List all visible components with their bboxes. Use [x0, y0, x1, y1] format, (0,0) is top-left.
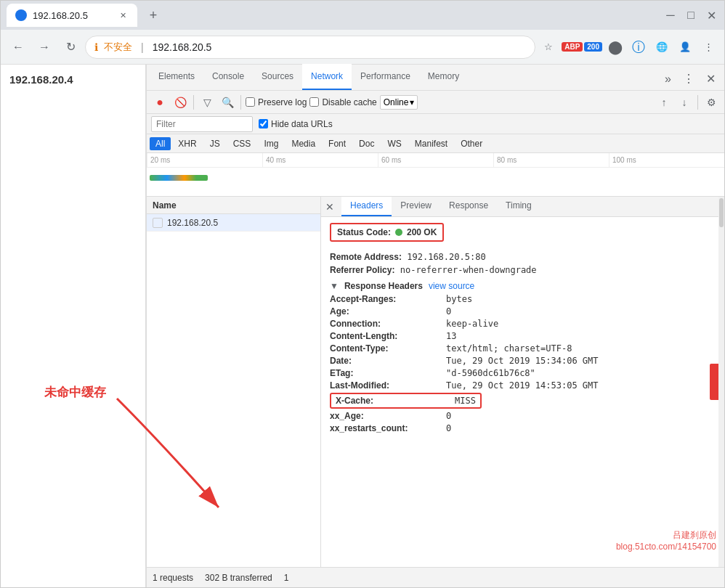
minimize-button[interactable]: ─	[663, 8, 678, 23]
clear-button[interactable]: 🚫	[171, 94, 189, 111]
header-row: Last-Modified: Tue, 29 Oct 2019 14:53:05…	[330, 380, 716, 391]
navigation-bar: ← → ↻ ℹ 不安全 | 192.168.20.5 ☆ ABP 200 ⬤ ⓘ…	[1, 30, 724, 65]
type-filter-xhr[interactable]: XHR	[172, 137, 202, 150]
type-filter-js[interactable]: JS	[204, 137, 226, 150]
left-sidebar: 192.168.20.4 未命中缓存	[1, 65, 146, 587]
type-filter-manifest[interactable]: Manifest	[409, 137, 453, 150]
details-scrollbar[interactable]	[718, 197, 724, 567]
requests-count: 1 requests	[153, 573, 193, 583]
scrollbar-thumb[interactable]	[719, 198, 724, 227]
status-dot-icon	[395, 229, 402, 236]
type-filter-css[interactable]: CSS	[227, 137, 257, 150]
search-icon[interactable]: 🔍	[219, 94, 236, 111]
red-side-tab[interactable]	[710, 364, 718, 400]
title-bar: 192.168.20.5 ✕ + ─ □ ✕	[1, 1, 724, 30]
tab-console[interactable]: Console	[203, 64, 253, 90]
throttle-label: Online	[384, 97, 409, 107]
header-name: xx_Age:	[330, 411, 446, 421]
header-value: 13	[446, 331, 456, 341]
devtools-settings-button[interactable]: ⋮	[677, 68, 700, 90]
details-close-button[interactable]: ✕	[321, 198, 339, 216]
translate-button[interactable]: 🌐	[652, 37, 672, 57]
menu-button[interactable]: ⋮	[698, 37, 718, 57]
hide-data-urls-checkbox[interactable]: Hide data URLs	[259, 119, 333, 129]
type-filter-other[interactable]: Other	[455, 137, 488, 150]
hide-data-urls-label: Hide data URLs	[271, 119, 333, 129]
details-tab-timing[interactable]: Timing	[497, 197, 540, 216]
disable-cache-input[interactable]	[309, 97, 319, 107]
browser-window: 192.168.20.5 ✕ + ─ □ ✕ ← → ↻ ℹ 不安全 | 192…	[0, 0, 725, 588]
download-icon[interactable]: ↓	[676, 94, 693, 111]
details-tab-headers[interactable]: Headers	[341, 197, 392, 216]
annotation-text: 未命中缓存	[44, 384, 106, 401]
page-content-area: 192.168.20.4 未命中缓存	[1, 65, 724, 587]
chrome-button[interactable]: ⬤	[605, 37, 625, 57]
details-content: Status Code: 200 OK Remote Address: 192.…	[321, 217, 724, 567]
type-filter-img[interactable]: Img	[258, 137, 284, 150]
timeline-bar-area	[147, 168, 724, 197]
devtools-settings-gear-icon[interactable]: ⚙	[702, 94, 720, 111]
header-name: Date:	[330, 356, 446, 366]
requests-area: Name 192.168.20.5 ✕ Headers Pr	[147, 197, 724, 567]
bookmark-button[interactable]: ☆	[538, 37, 559, 57]
address-bar[interactable]: ℹ 不安全 | 192.168.20.5	[85, 36, 535, 59]
remote-address-row: Remote Address: 192.168.20.5:80	[330, 252, 716, 262]
forward-button[interactable]: →	[33, 36, 56, 59]
record-button[interactable]: ●	[151, 94, 169, 111]
filter-icon[interactable]: ▽	[198, 94, 216, 111]
preserve-log-checkbox[interactable]: Preserve log	[246, 97, 307, 107]
hide-data-urls-input[interactable]	[259, 119, 268, 128]
devtools-close-button[interactable]: ✕	[700, 68, 721, 90]
transferred-size: 302 B transferred	[205, 573, 272, 583]
type-filter-media[interactable]: Media	[285, 137, 321, 150]
header-row: Content-Type: text/html; charset=UTF-8	[330, 343, 716, 354]
details-tab-response[interactable]: Response	[440, 197, 497, 216]
header-name: Last-Modified:	[330, 380, 446, 391]
header-value: "d-5960dc61b76c8"	[446, 368, 535, 378]
tab-performance[interactable]: Performance	[352, 64, 419, 90]
devtools-more-button[interactable]: »	[659, 68, 677, 90]
timeline-rulers: 20 ms 40 ms 60 ms 80 ms 100 ms	[147, 153, 724, 168]
watermark-line1: 吕建刹原创	[616, 529, 716, 542]
disable-cache-checkbox[interactable]: Disable cache	[309, 97, 376, 107]
details-tab-preview[interactable]: Preview	[392, 197, 440, 216]
header-row: xx_Age: 0	[330, 411, 716, 421]
throttle-select[interactable]: Online ▾	[380, 95, 418, 110]
browser-tab[interactable]: 192.168.20.5 ✕	[7, 4, 137, 27]
header-value: keep-alive	[446, 319, 498, 329]
preserve-log-input[interactable]	[246, 97, 255, 107]
header-row: Date: Tue, 29 Oct 2019 15:34:06 GMT	[330, 356, 716, 366]
request-item-name: 192.168.20.5	[167, 218, 218, 228]
request-item[interactable]: 192.168.20.5	[147, 214, 320, 232]
security-icon: ℹ	[94, 41, 98, 53]
back-button[interactable]: ←	[7, 36, 30, 59]
new-tab-button[interactable]: +	[143, 5, 163, 25]
type-filter-font[interactable]: Font	[323, 137, 352, 150]
refresh-button[interactable]: ↻	[59, 36, 82, 59]
view-source-link[interactable]: view source	[429, 281, 474, 291]
filter-input[interactable]	[151, 116, 253, 132]
type-filter-doc[interactable]: Doc	[353, 137, 380, 150]
response-headers-toggle-icon[interactable]: ▼	[330, 281, 339, 291]
maximize-button[interactable]: □	[684, 8, 698, 23]
header-name: Content-Type:	[330, 343, 446, 354]
profile-button[interactable]: 👤	[675, 37, 695, 57]
status-code-value: 200 OK	[407, 227, 437, 237]
header-value: 0	[446, 306, 451, 317]
type-filter-all[interactable]: All	[150, 137, 171, 150]
tab-elements[interactable]: Elements	[150, 64, 203, 90]
header-name: Accept-Ranges:	[330, 294, 446, 304]
devtools-tab-bar: Elements Console Sources Network Perform…	[147, 65, 724, 91]
referrer-policy-value: no-referrer-when-downgrade	[400, 265, 537, 275]
type-filter-ws[interactable]: WS	[381, 137, 407, 150]
tab-close-button[interactable]: ✕	[117, 9, 129, 21]
details-tab-bar: ✕ Headers Preview Response Timing	[321, 197, 724, 217]
details-panel: ✕ Headers Preview Response Timing Statu	[321, 197, 724, 567]
tab-memory[interactable]: Memory	[419, 64, 468, 90]
tab-sources[interactable]: Sources	[253, 64, 302, 90]
header-value: Tue, 29 Oct 2019 14:53:05 GMT	[446, 380, 599, 391]
ip-button[interactable]: ⓘ	[628, 37, 649, 57]
upload-icon[interactable]: ↑	[655, 94, 673, 111]
close-button[interactable]: ✕	[704, 8, 718, 23]
tab-network[interactable]: Network	[302, 64, 352, 90]
